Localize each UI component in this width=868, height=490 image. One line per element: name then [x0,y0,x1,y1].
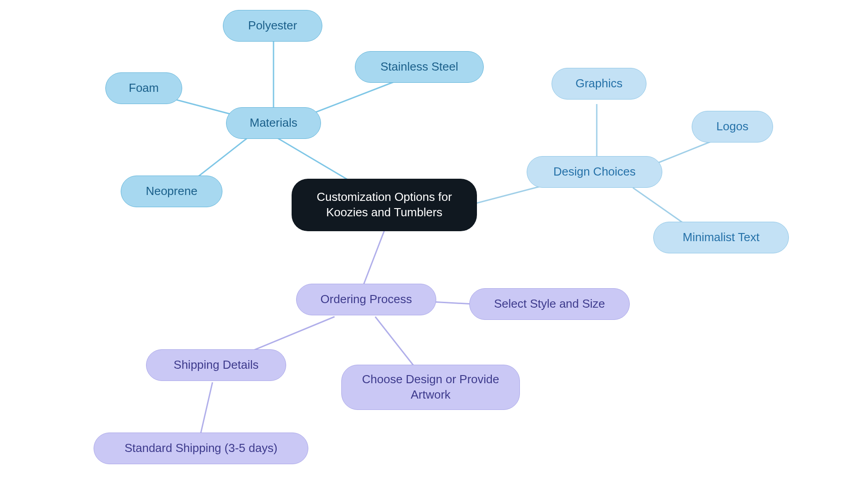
node-neoprene[interactable]: Neoprene [121,176,222,207]
node-shipping[interactable]: Shipping Details [146,349,286,381]
mindmap-canvas: Customization Options for Koozies and Tu… [0,0,868,490]
node-polyester-label: Polyester [248,18,297,33]
node-stainless-label: Stainless Steel [381,59,458,75]
node-minimalist-label: Minimalist Text [683,230,760,245]
node-materials-label: Materials [250,115,297,131]
root-node[interactable]: Customization Options for Koozies and Tu… [292,179,477,231]
node-selectstyle[interactable]: Select Style and Size [469,288,630,320]
node-design-label: Design Choices [553,164,636,180]
node-ordering[interactable]: Ordering Process [296,284,436,315]
node-stainless[interactable]: Stainless Steel [355,51,484,83]
node-foam[interactable]: Foam [105,72,182,104]
node-design[interactable]: Design Choices [527,156,662,188]
node-standardship[interactable]: Standard Shipping (3-5 days) [94,433,308,464]
node-chooseart[interactable]: Choose Design or Provide Artwork [341,365,520,410]
svg-line-9 [362,231,384,290]
root-label: Customization Options for Koozies and Tu… [306,190,462,220]
node-shipping-label: Shipping Details [174,357,259,373]
node-neoprene-label: Neoprene [146,184,197,199]
node-selectstyle-label: Select Style and Size [494,296,605,312]
node-standardship-label: Standard Shipping (3-5 days) [124,441,277,456]
node-chooseart-label: Choose Design or Provide Artwork [356,372,505,403]
node-materials[interactable]: Materials [226,107,321,139]
node-minimalist[interactable]: Minimalist Text [653,222,789,253]
node-foam-label: Foam [129,81,159,96]
node-polyester[interactable]: Polyester [223,10,322,42]
node-graphics[interactable]: Graphics [552,68,646,100]
node-logos[interactable]: Logos [692,111,773,143]
node-logos-label: Logos [717,119,749,134]
node-graphics-label: Graphics [576,76,623,91]
node-ordering-label: Ordering Process [321,292,412,307]
